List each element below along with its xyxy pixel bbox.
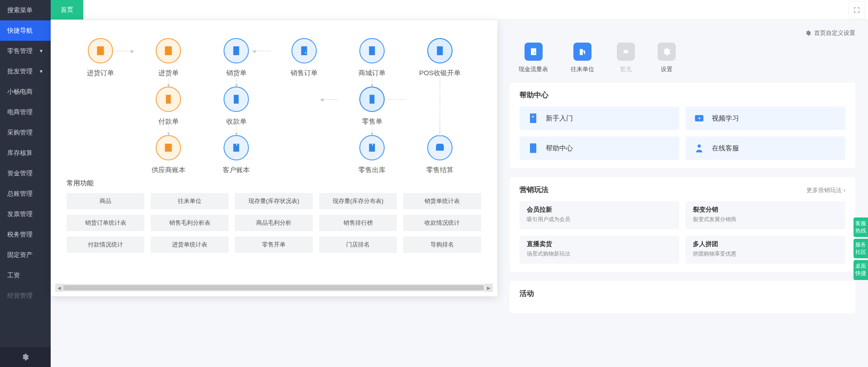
help-item-0[interactable]: 新手入门 [520,106,679,130]
shortcut-settings[interactable]: 设置 [658,43,676,73]
fn-btn-5[interactable]: 销货订单统计表 [67,215,144,231]
video-icon [693,112,706,125]
node-customer-ledger[interactable]: 客户账本 [202,135,270,174]
node-mall-order[interactable]: 商城订单 ▼ [338,38,406,77]
fn-btn-9[interactable]: 收款情况统计 [403,215,481,231]
fn-btn-4[interactable]: 销货单统计表 [403,193,481,209]
fn-btn-12[interactable]: 零售开单 [235,237,313,253]
node-sales-bill[interactable]: 销货单 ◀ ▼ [202,38,270,77]
node-pos-order[interactable]: POS收银开单 [406,38,474,77]
fn-btn-11[interactable]: 进货单统计表 [151,237,229,253]
shortcut-empty[interactable]: 暂无 [617,43,635,73]
shortcut-contacts[interactable]: 往来单位 [571,43,594,73]
node-retail-bill[interactable]: 零售单 ◀ ▼ [338,87,406,126]
help-item-1[interactable]: 视频学习 [686,106,845,130]
home-custom-link[interactable]: 首页自定义设置 [510,29,855,37]
support-icon [693,142,706,155]
fn-btn-1[interactable]: 往来单位 [151,193,229,209]
node-retail-out[interactable]: 零售出库 [338,135,406,174]
sidebar-item-7[interactable]: 资金管理 [0,163,51,184]
fullscreen-icon [854,7,860,13]
mall-order-icon [359,38,385,63]
sidebar-item-0[interactable]: 快捷导航 [0,20,51,41]
scroll-track[interactable] [63,285,485,291]
common-functions-grid: 商品 往来单位 现存量(库存状况表) 现存量(库存分布表) 销货单统计表 销货订… [67,193,482,253]
help-title: 帮助中心 [520,91,548,100]
quicknav-panel: 进货订单 ▶ 进货单 ▼ 销货单 ◀ ▼ 销售订单 商城订单 ▼ POS收银开单 [51,20,497,296]
arrow-down-icon: ▼ [236,71,237,84]
help-item-3[interactable]: 在线客服 [686,136,845,160]
node-receipt[interactable]: 收款单 ▼ [202,87,270,126]
fullscreen-button[interactable] [848,1,865,19]
marketing-more-link[interactable]: 更多营销玩法 › [806,186,845,194]
fn-btn-6[interactable]: 销售毛利分析表 [151,215,229,231]
fn-btn-7[interactable]: 商品毛利分析 [235,215,313,231]
mkt-item-0[interactable]: 会员拉新吸引用户成为会员 [520,201,679,229]
node-sales-order[interactable]: 销售订单 [270,38,338,77]
flow-row-3: 供 供应商账本 客户账本 零售出库 零售结算 ▼ [67,135,482,174]
float-buttons: 客服热线 服务社区 桌面快捷 [854,217,868,280]
arrow-down-icon: ▼ [168,119,169,133]
arrow-down-icon: ▼ [372,119,372,133]
sidebar-item-8[interactable]: 总账管理 [0,184,51,204]
fn-btn-0[interactable]: 商品 [67,193,144,209]
mkt-item-3[interactable]: 多人拼团拼团购物享受优惠 [686,236,845,264]
sidebar-search[interactable]: 搜索菜单 [0,0,51,20]
chevron-right-icon: › [844,187,845,193]
receipt-icon [224,87,249,112]
sidebar-item-3[interactable]: 小畅电商 [0,82,51,102]
sidebar-item-11[interactable]: 固定资产 [0,245,51,265]
sidebar: 搜索菜单 快捷导航 零售管理▼ 批发管理▼ 小畅电商 电商管理 采购管理 库存核… [0,0,51,367]
float-community[interactable]: 服务社区 [854,239,868,258]
float-hotline[interactable]: 客服热线 [854,217,868,237]
node-purchase-order[interactable]: 进货订单 ▶ [67,38,134,77]
sidebar-item-13[interactable]: 经营管理 [0,285,51,306]
sidebar-item-5[interactable]: 采购管理 [0,122,51,143]
fn-btn-10[interactable]: 付款情况统计 [67,237,144,253]
sidebar-item-1[interactable]: 零售管理▼ [0,41,51,61]
sidebar-settings[interactable] [0,347,51,367]
fn-btn-8[interactable]: 销售排行榜 [319,215,397,231]
arrow-left-icon: ◀ [320,97,338,102]
float-desktop[interactable]: 桌面快捷 [854,260,868,280]
node-payment[interactable]: 付款单 ▼ [134,87,202,126]
arrow-down-icon: ▼ [236,119,237,133]
sidebar-item-6[interactable]: 库存核算 [0,143,51,163]
sidebar-item-4[interactable]: 电商管理 [0,102,51,122]
node-retail-settle[interactable]: 零售结算 ▼ [406,135,474,174]
scroll-left-icon[interactable]: ◀ [55,284,63,292]
activity-title: 活动 [520,289,534,299]
fn-btn-3[interactable]: 现存量(库存分布表) [319,193,397,209]
arrow-right-dash [388,97,406,102]
retail-settle-icon [427,135,453,160]
sidebar-item-9[interactable]: 发票管理 [0,204,51,224]
sales-order-icon [291,38,317,63]
node-purchase-bill[interactable]: 进货单 ▼ [134,38,202,77]
common-functions-title: 常用功能 [67,179,482,188]
checklist-icon [527,112,539,125]
shortcut-cashflow[interactable]: 现金流量表 [519,43,548,73]
tab-home[interactable]: 首页 [51,0,83,19]
fn-btn-13[interactable]: 门店排名 [319,237,397,253]
sidebar-search-label: 搜索菜单 [7,6,33,14]
scroll-right-icon[interactable]: ▶ [485,284,493,292]
sidebar-item-12[interactable]: 工资 [0,265,51,285]
arrow-down-icon: ▼ [168,71,169,84]
customer-ledger-icon [224,135,249,160]
sidebar-item-2[interactable]: 批发管理▼ [0,61,51,82]
marketing-card: 营销玩法更多营销玩法 › 会员拉新吸引用户成为会员 裂变分销裂变式发展分销商 直… [510,177,855,272]
scroll-thumb[interactable] [63,285,484,290]
fn-btn-14[interactable]: 导购排名 [403,237,481,253]
arrow-down-icon: ▼ [440,121,440,135]
fn-btn-2[interactable]: 现存量(库存状况表) [235,193,313,209]
flow-row-1: 进货订单 ▶ 进货单 ▼ 销货单 ◀ ▼ 销售订单 商城订单 ▼ POS收银开单 [67,38,482,77]
mkt-item-1[interactable]: 裂变分销裂变式发展分销商 [686,201,845,229]
mkt-item-2[interactable]: 直播卖货场景式购物新玩法 [520,236,679,264]
retail-bill-icon [359,87,385,112]
node-supplier-ledger[interactable]: 供 供应商账本 [134,135,202,174]
building-icon [578,47,587,56]
help-card: 帮助中心 新手入门 视频学习 帮助中心 在线客服 [510,82,855,168]
horizontal-scrollbar[interactable]: ◀ ▶ [55,284,493,292]
sidebar-item-10[interactable]: 税务管理 [0,224,51,245]
help-item-2[interactable]: 帮助中心 [520,136,679,160]
